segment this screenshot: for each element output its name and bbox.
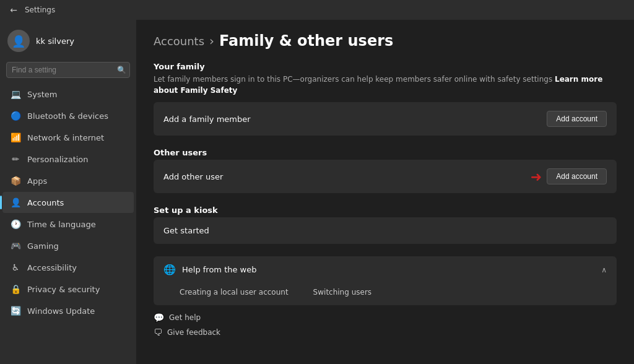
get-help-link[interactable]: 💬 Get help xyxy=(154,313,617,323)
sidebar-item-privacy[interactable]: 🔒 Privacy & security xyxy=(2,279,134,300)
globe-icon: 🌐 xyxy=(163,264,176,275)
your-family-section: Your family Let family members sign in t… xyxy=(154,62,617,136)
other-users-section: Other users Add other user ➜ Add account xyxy=(154,148,617,193)
sidebar-item-gaming[interactable]: 🎮 Gaming xyxy=(2,235,134,256)
system-icon: 💻 xyxy=(10,89,21,100)
add-family-button[interactable]: Add account xyxy=(547,111,607,127)
sidebar-item-accounts[interactable]: 👤 Accounts xyxy=(2,192,134,213)
get-help-label: Get help xyxy=(169,313,201,322)
accessibility-icon: ♿ xyxy=(10,262,21,273)
search-box: 🔍 xyxy=(6,62,130,78)
sidebar-item-personalization[interactable]: ✏️ Personalization xyxy=(2,149,134,170)
personalization-icon: ✏️ xyxy=(10,154,21,165)
sidebar-item-apps[interactable]: 📦 Apps xyxy=(2,170,134,191)
your-family-title: Your family xyxy=(154,62,617,71)
breadcrumb: Accounts › Family & other users xyxy=(154,32,617,50)
help-card: 🌐 Help from the web ∧ Creating a local u… xyxy=(154,256,617,305)
help-title: Help from the web xyxy=(182,265,257,274)
user-name: kk silvery xyxy=(36,37,74,46)
sidebar-item-accessibility[interactable]: ♿ Accessibility xyxy=(2,257,134,278)
help-header-left: 🌐 Help from the web xyxy=(163,264,257,275)
kiosk-section: Set up a kiosk Get started xyxy=(154,206,617,244)
sidebar-item-windows-update[interactable]: 🔄 Windows Update xyxy=(2,300,134,321)
sidebar-item-system[interactable]: 💻 System xyxy=(2,84,134,105)
back-button[interactable]: ← xyxy=(7,4,20,16)
give-feedback-icon: 🗨 xyxy=(154,327,162,337)
get-help-icon: 💬 xyxy=(154,313,164,323)
help-card-header[interactable]: 🌐 Help from the web ∧ xyxy=(154,256,617,283)
sidebar-item-time[interactable]: 🕐 Time & language xyxy=(2,214,134,235)
apps-icon: 📦 xyxy=(10,175,21,186)
kiosk-get-started: Get started xyxy=(163,226,209,235)
sidebar-item-label: Privacy & security xyxy=(27,285,100,294)
sidebar-item-label: Apps xyxy=(27,176,47,186)
your-family-desc: Let family members sign in to this PC—or… xyxy=(154,74,617,96)
main-content: Accounts › Family & other users Your fam… xyxy=(136,20,634,364)
sidebar-item-label: Personalization xyxy=(27,155,89,164)
accounts-icon: 👤 xyxy=(10,197,21,208)
search-icon: 🔍 xyxy=(117,66,126,74)
user-profile[interactable]: 👤 kk silvery xyxy=(0,20,136,59)
red-arrow-icon: ➜ xyxy=(531,169,542,184)
sidebar-item-label: Bluetooth & devices xyxy=(27,111,108,121)
search-input[interactable] xyxy=(6,62,130,78)
add-other-user-button[interactable]: Add account xyxy=(547,168,607,184)
kiosk-title: Set up a kiosk xyxy=(154,206,617,215)
sidebar-item-label: Gaming xyxy=(27,241,59,251)
sidebar-item-label: Accessibility xyxy=(27,263,77,272)
app-body: 👤 kk silvery 🔍 💻 System 🔵 Bluetooth & de… xyxy=(0,20,634,364)
chevron-up-icon: ∧ xyxy=(601,266,607,274)
sidebar-item-label: Accounts xyxy=(27,198,64,207)
windows-update-icon: 🔄 xyxy=(10,305,21,316)
bottom-links: 💬 Get help 🗨 Give feedback xyxy=(154,313,617,337)
other-users-title: Other users xyxy=(154,148,617,157)
nav-list: 💻 System 🔵 Bluetooth & devices 📶 Network… xyxy=(0,83,136,322)
gaming-icon: 🎮 xyxy=(10,240,21,251)
avatar: 👤 xyxy=(7,30,30,52)
sidebar-item-label: Time & language xyxy=(27,220,96,229)
time-icon: 🕐 xyxy=(10,219,21,230)
breadcrumb-parent[interactable]: Accounts xyxy=(154,35,204,48)
give-feedback-label: Give feedback xyxy=(167,328,220,337)
give-feedback-link[interactable]: 🗨 Give feedback xyxy=(154,327,617,337)
add-other-user-label: Add other user xyxy=(163,172,223,181)
kiosk-card: Get started xyxy=(154,217,617,244)
sidebar-item-label: System xyxy=(27,90,57,99)
sidebar: 👤 kk silvery 🔍 💻 System 🔵 Bluetooth & de… xyxy=(0,20,136,364)
help-link-switching-users[interactable]: Switching users xyxy=(313,288,371,297)
bluetooth-icon: 🔵 xyxy=(10,110,21,121)
sidebar-item-label: Network & internet xyxy=(27,133,104,142)
sidebar-item-label: Windows Update xyxy=(27,306,95,316)
network-icon: 📶 xyxy=(10,132,21,143)
help-links: Creating a local user account Switching … xyxy=(154,283,617,305)
arrow-container: ➜ Add account xyxy=(531,168,607,184)
sidebar-item-bluetooth[interactable]: 🔵 Bluetooth & devices xyxy=(2,105,134,126)
breadcrumb-current: Family & other users xyxy=(219,32,393,50)
help-link-local-account[interactable]: Creating a local user account xyxy=(180,288,289,297)
titlebar: ← Settings xyxy=(0,0,634,20)
privacy-icon: 🔒 xyxy=(10,284,21,295)
sidebar-item-network[interactable]: 📶 Network & internet xyxy=(2,127,134,148)
titlebar-title: Settings xyxy=(25,6,55,14)
breadcrumb-separator: › xyxy=(209,33,214,48)
add-other-user-card: Add other user ➜ Add account xyxy=(154,160,617,193)
add-family-label: Add a family member xyxy=(163,115,251,124)
add-family-card: Add a family member Add account xyxy=(154,102,617,136)
